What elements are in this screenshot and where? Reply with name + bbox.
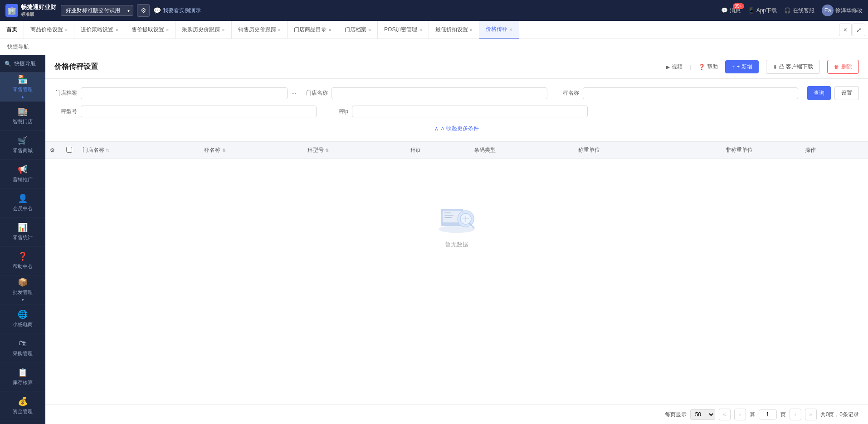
download-button[interactable]: ⬇ 凸 客户端下载 [766,60,820,74]
delete-button[interactable]: 🗑 删除 [827,60,859,74]
close-icon[interactable]: × [509,27,512,32]
empty-illustration [432,195,482,236]
version-select[interactable]: 好业财标准版交付试用 [61,5,133,16]
tab-price-scale[interactable]: 价格传秤 × [479,21,519,39]
last-page-btn[interactable]: » [805,409,817,420]
sidebar: 🔍 快捷导航 🏪 零售管理 ▲ 🏬 智慧门店 🛒 零售商城 📢 营销推广 👤 会… [0,55,45,424]
video-icon: ▶ [666,64,670,70]
inventory-icon: 📋 [18,367,28,377]
svg-rect-9 [444,215,454,216]
sort-icon[interactable]: ⇅ [106,148,109,153]
scale-ip-input[interactable] [352,106,588,117]
store-name-input[interactable] [332,87,547,99]
tab-discount[interactable]: 最低折扣设置 × [429,21,479,39]
sidebar-item-help[interactable]: ❓ 帮助中心 [0,246,45,275]
version-select-wrap[interactable]: 好业财标准版交付试用 [61,5,133,16]
per-page-select[interactable]: 10 20 50 100 [690,409,715,420]
logo-icon: 🏢 [5,4,18,17]
close-icon[interactable]: × [470,27,473,33]
scale-name-input[interactable] [583,87,798,99]
search-icon: 🔍 [5,61,11,67]
close-all-btn[interactable]: × [839,24,852,36]
demo-btn[interactable]: 💬 我要看实例演示 [153,7,201,14]
close-icon[interactable]: × [166,27,169,33]
sidebar-item-ledger[interactable]: 📒 总账管理 [0,420,45,424]
close-icon[interactable]: × [419,27,422,33]
tab-home[interactable]: 首页 [0,21,24,39]
close-icon[interactable]: × [278,27,281,33]
sidebar-item-finance[interactable]: 💰 资金管理 [0,391,45,420]
tab-store-file[interactable]: 门店档案 × [338,21,378,39]
sidebar-item-ecommerce[interactable]: 🌐 小畅电商 [0,304,45,333]
table-wrap: ⚙ 门店名称 ⇅ 秤名称 ⇅ 秤型号 ⇅ [45,142,868,405]
delete-icon: 🗑 [834,64,839,70]
per-page-label: 每页显示 [665,411,687,419]
empty-area: 暂无数据 [45,159,868,285]
help-link[interactable]: ❓ 帮助 [698,63,718,71]
sidebar-item-retail-stats[interactable]: 📊 零售统计 [0,217,45,246]
select-all-checkbox[interactable] [66,147,72,153]
content-header-right: ▶ 视频 | ❓ 帮助 + + 新增 ⬇ 凸 客户端下载 🗑 [666,60,859,74]
video-link[interactable]: ▶ 视频 [666,63,683,71]
sort-icon[interactable]: ⇅ [325,148,329,153]
smart-store-icon: 🏬 [18,106,28,116]
table-settings-th[interactable]: ⚙ [45,142,62,159]
sidebar-item-retail-mall[interactable]: 🛒 零售商城 [0,130,45,159]
sidebar-search[interactable]: 🔍 快捷导航 [0,55,45,72]
close-icon[interactable]: × [65,27,68,33]
col-store-name: 门店名称 ⇅ [78,142,200,159]
close-icon[interactable]: × [115,27,118,33]
online-service-btn[interactable]: 🎧 在线客服 [784,7,814,14]
top-bar-center: 好业财标准版交付试用 ⚙ 💬 我要看实例演示 [61,4,717,17]
add-button[interactable]: + + 新增 [725,60,758,73]
tab-store-catalog[interactable]: 门店商品目录 × [288,21,338,39]
user-profile-btn[interactable]: Ea 徐泽华修改 [822,5,863,16]
table-header-row: ⚙ 门店名称 ⇅ 秤名称 ⇅ 秤型号 ⇅ [45,142,868,159]
sidebar-item-marketing[interactable]: 📢 营销推广 [0,159,45,188]
tab-pos[interactable]: POS加密管理 × [378,21,429,39]
first-page-btn[interactable]: « [719,409,731,420]
scale-model-input[interactable] [81,106,317,117]
sidebar-item-member[interactable]: 👤 会员中心 [0,188,45,217]
tab-purchase-history[interactable]: 采购历史价跟踪 × [176,21,231,39]
sidebar-item-wholesale[interactable]: 📦 批发管理 ▾ [0,275,45,304]
collapse-button[interactable]: ∧ ∧ 收起更多条件 [430,123,483,134]
close-icon[interactable]: × [328,27,331,33]
top-bar-right: 💬 消息 99+ 📱 App下载 🎧 在线客服 Ea 徐泽华修改 [721,5,863,16]
app-download-btn[interactable]: 📱 App下载 [748,7,777,14]
tab-price-settings[interactable]: 商品价格设置 × [24,21,74,39]
pagination: 每页显示 10 20 50 100 « ‹ 算 页 › » 共0页，0条记录 [45,405,868,424]
sort-icon[interactable]: ⇅ [222,148,226,153]
close-icon[interactable]: × [222,27,224,33]
table-checkbox-th[interactable] [62,142,78,159]
store-file-dots[interactable]: ··· [291,90,296,96]
search-row-1: 门店档案 ··· 门店名称 秤名称 查询 设置 [54,86,859,100]
next-page-btn[interactable]: › [790,409,801,420]
retail-mall-icon: 🛒 [18,135,28,145]
prev-page-btn[interactable]: ‹ [734,409,746,420]
sidebar-item-smart-store[interactable]: 🏬 智慧门店 [0,101,45,130]
sidebar-search-label: 快捷导航 [14,60,36,67]
video-label: 视频 [672,63,683,71]
tab-sale-extract[interactable]: 售价提取设置 × [125,21,176,39]
store-file-input[interactable] [81,87,288,99]
sidebar-item-purchase[interactable]: 🛍 采购管理 [0,333,45,362]
search-button[interactable]: 查询 [807,86,831,100]
tab-purchase-strategy[interactable]: 进价策略设置 × [74,21,125,39]
close-icon[interactable]: × [368,27,371,33]
col-scale-model: 秤型号 ⇅ [303,142,406,159]
user-name: 徐泽华修改 [835,7,863,14]
scale-ip-label: 秤ip [326,108,348,116]
maximize-btn[interactable]: ⤢ [853,24,865,36]
prev-page-icon: ‹ [739,411,741,418]
main-layout: 🔍 快捷导航 🏪 零售管理 ▲ 🏬 智慧门店 🛒 零售商城 📢 营销推广 👤 会… [0,55,868,424]
col-barcode-type: 条码类型 [469,142,574,159]
sidebar-item-retail[interactable]: 🏪 零售管理 ▲ [0,72,45,101]
tab-sale-history[interactable]: 销售历史价跟踪 × [232,21,288,39]
help-label: 帮助 [707,63,718,71]
settings-icon-btn[interactable]: ⚙ [137,4,150,17]
message-btn[interactable]: 💬 消息 99+ [721,7,741,14]
page-number-input[interactable] [759,410,777,419]
sidebar-item-inventory[interactable]: 📋 库存核算 [0,362,45,391]
setup-button[interactable]: 设置 [834,86,859,100]
